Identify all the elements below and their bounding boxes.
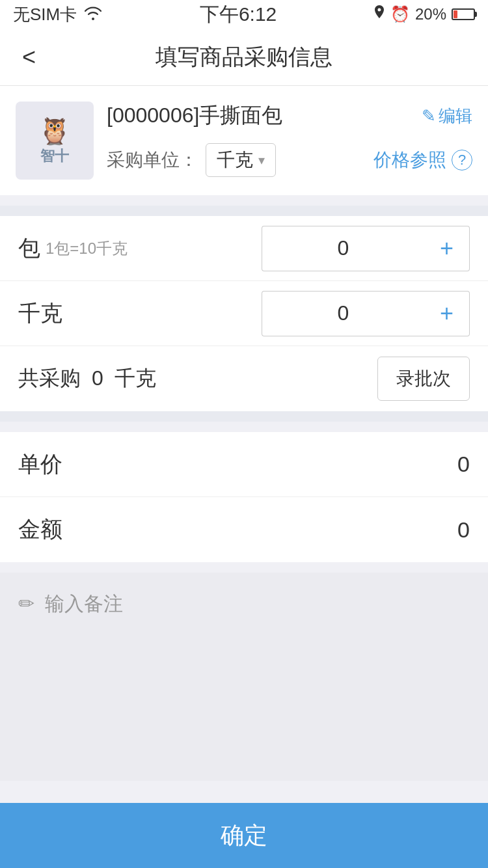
bag-row: 包 1包=10千克 +: [0, 216, 488, 281]
unit-select[interactable]: 千克 ▾: [206, 143, 276, 177]
help-icon: ?: [452, 150, 472, 170]
divider-1: [0, 206, 488, 216]
bag-sublabel: 1包=10千克: [46, 238, 128, 259]
kg-plus-button[interactable]: +: [424, 291, 470, 336]
summary-row: 共采购 0 千克 录批次: [0, 346, 488, 411]
amount-label: 金额: [18, 515, 62, 545]
unit-price-row: 单价 0: [0, 432, 488, 497]
bag-input[interactable]: [262, 226, 424, 271]
edit-label: 编辑: [439, 105, 472, 128]
summary-unit: 千克: [115, 366, 156, 390]
unit-value: 千克: [217, 148, 253, 172]
kg-row: 千克 +: [0, 281, 488, 346]
location-icon: [373, 5, 385, 23]
nav-bar: < 填写商品采购信息: [0, 29, 488, 86]
carrier-text: 无SIM卡: [13, 3, 77, 26]
confirm-label: 确定: [221, 820, 267, 852]
amount-value: 0: [457, 517, 470, 543]
battery-icon: [452, 8, 475, 20]
product-info: [0000006]手撕面包 ✎ 编辑 采购单位： 千克 ▾ 价格参照 ?: [107, 102, 472, 177]
edit-button[interactable]: ✎ 编辑: [422, 105, 472, 128]
pencil-icon: ✏: [18, 592, 34, 615]
note-placeholder: 输入备注: [45, 591, 123, 617]
kg-input-wrapper: +: [262, 291, 470, 336]
amount-row: 金额 0: [0, 497, 488, 562]
unit-selector-group: 采购单位： 千克 ▾: [107, 143, 276, 177]
divider-2: [0, 411, 488, 422]
bag-plus-button[interactable]: +: [424, 226, 470, 271]
price-ref-button[interactable]: 价格参照 ?: [373, 148, 472, 172]
wifi-icon: [83, 5, 103, 25]
summary-amount: 0: [92, 366, 103, 390]
purchase-unit-row: 采购单位： 千克 ▾ 价格参照 ?: [107, 143, 472, 177]
product-name-row: [0000006]手撕面包 ✎ 编辑: [107, 102, 472, 130]
input-section: 包 1包=10千克 + 千克 + 共采购 0 千克 录批次: [0, 216, 488, 411]
kg-label: 千克: [18, 299, 62, 329]
price-section: 单价 0 金额 0: [0, 432, 488, 562]
bag-label: 包: [18, 234, 40, 264]
confirm-button[interactable]: 确定: [0, 803, 488, 868]
product-image: 🦉 智十: [16, 102, 94, 180]
page-title: 填写商品采购信息: [156, 42, 332, 72]
purchase-unit-label: 采购单位：: [107, 148, 198, 172]
bag-input-wrapper: +: [262, 226, 470, 271]
unit-price-value: 0: [457, 452, 470, 477]
edit-icon: ✎: [422, 106, 436, 126]
product-name: [0000006]手撕面包: [107, 102, 282, 130]
status-bar: 无SIM卡 下午6:12 ⏰ 20%: [0, 0, 488, 29]
logo-text: 智十: [40, 146, 69, 166]
note-section[interactable]: ✏ 输入备注: [0, 573, 488, 781]
product-card: 🦉 智十 [0000006]手撕面包 ✎ 编辑 采购单位： 千克 ▾ 价格参照: [0, 86, 488, 195]
price-ref-label: 价格参照: [373, 148, 446, 172]
batch-button[interactable]: 录批次: [377, 357, 470, 401]
battery-text: 20%: [415, 5, 446, 23]
product-logo: 🦉 智十: [38, 116, 71, 166]
summary-prefix: 共采购: [18, 366, 81, 390]
status-bar-right: ⏰ 20%: [373, 5, 475, 23]
alarm-icon: ⏰: [390, 5, 410, 23]
unit-price-label: 单价: [18, 450, 62, 480]
status-bar-left: 无SIM卡: [13, 3, 103, 26]
back-button[interactable]: <: [16, 37, 42, 77]
chevron-down-icon: ▾: [258, 152, 265, 168]
status-bar-time: 下午6:12: [200, 1, 277, 28]
logo-owl: 🦉: [38, 116, 71, 146]
summary-text: 共采购 0 千克: [18, 364, 156, 393]
kg-input[interactable]: [262, 291, 424, 336]
